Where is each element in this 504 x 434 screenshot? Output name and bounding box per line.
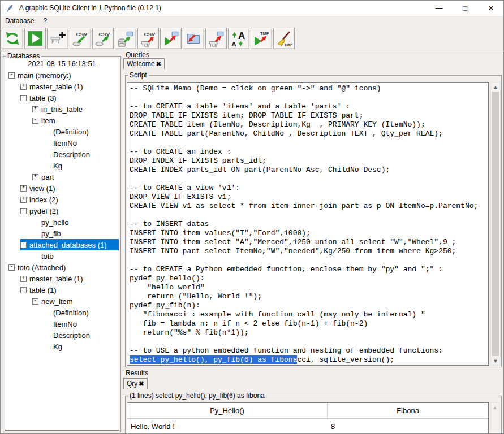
table-to-file-button[interactable] bbox=[205, 28, 227, 49]
tree-item-py-hello[interactable]: py_hello bbox=[5, 216, 119, 228]
tree-item-content: +index (2) bbox=[20, 194, 119, 205]
svg-text:CSV: CSV bbox=[76, 31, 88, 37]
collapse-icon[interactable]: - bbox=[20, 208, 27, 214]
collapse-icon[interactable]: - bbox=[20, 242, 27, 248]
tree-item-content: ItemNo bbox=[44, 318, 119, 329]
tree-item-label: main (:memory:) bbox=[18, 71, 71, 80]
tree-item-content: -toto (Attached) bbox=[8, 262, 119, 273]
tree-item-label: Description bbox=[53, 331, 90, 340]
tree-item-kg[interactable]: Kg bbox=[5, 160, 119, 171]
menu-database[interactable]: Database bbox=[1, 16, 38, 25]
font-button[interactable]: AA bbox=[228, 28, 249, 49]
tree-item-toto-attached[interactable]: -toto (Attached) bbox=[5, 262, 119, 273]
new-table-button[interactable] bbox=[47, 28, 68, 49]
tree-item-itemno[interactable]: ItemNo bbox=[5, 137, 119, 149]
table-row[interactable]: Hello, World !8 bbox=[127, 419, 488, 433]
open-db-button[interactable] bbox=[183, 28, 204, 49]
tree-item-table-1[interactable]: -table (1) bbox=[5, 284, 119, 296]
tree-item-pydef-2[interactable]: -pydef (2) bbox=[5, 205, 119, 216]
tree-item-table-3[interactable]: -table (3) bbox=[5, 92, 119, 103]
collapse-icon[interactable]: - bbox=[20, 287, 27, 293]
tab-qry[interactable]: Qry ✖ bbox=[123, 378, 148, 389]
new-table-icon bbox=[49, 30, 66, 47]
tree-item-attached-databases-1[interactable]: -attached_databases (1) bbox=[5, 239, 119, 250]
collapse-icon[interactable]: - bbox=[8, 264, 15, 271]
tree-item-in-this-table[interactable]: +in_this_table bbox=[5, 103, 119, 115]
tab-welcome[interactable]: Welcome ✖ bbox=[123, 58, 165, 69]
sql-script-editor[interactable]: -- SQLite Memo (Demo = click on green "-… bbox=[127, 82, 489, 366]
expand-icon[interactable]: + bbox=[20, 276, 27, 282]
expand-icon[interactable]: + bbox=[20, 197, 27, 203]
tree-item-content: +part bbox=[32, 171, 119, 183]
tab-qry-close-icon[interactable]: ✖ bbox=[139, 380, 144, 388]
tree-item-content: Description bbox=[44, 149, 119, 160]
tree-item-toto[interactable]: toto bbox=[5, 250, 119, 262]
tab-welcome-close-icon[interactable]: ✖ bbox=[156, 60, 161, 68]
run-tmp-button[interactable]: TMP bbox=[251, 28, 272, 49]
tree-item-part[interactable]: +part bbox=[5, 171, 119, 183]
column-header-py-hello[interactable]: Py_Hello() bbox=[127, 403, 328, 418]
tree-item-description[interactable]: Description bbox=[5, 329, 119, 341]
scroll-up-icon[interactable]: ▲ bbox=[491, 83, 500, 91]
run-to-file-button[interactable] bbox=[160, 28, 182, 49]
csv-table-export-button[interactable]: CSV bbox=[137, 28, 159, 49]
tree-item-content: Kg bbox=[44, 341, 119, 352]
tree-item-definition[interactable]: (Definition) bbox=[5, 126, 119, 137]
tree-item-main-memory[interactable]: -main (:memory:) bbox=[5, 70, 119, 81]
scroll-down-icon[interactable]: ▼ bbox=[491, 357, 500, 365]
window-controls: — □ ✕ bbox=[426, 0, 504, 16]
tree-item-itemno[interactable]: ItemNo bbox=[5, 318, 119, 329]
tree-item-master-table-1[interactable]: +master_table (1) bbox=[5, 81, 119, 92]
csv-table-export-icon: CSV bbox=[140, 30, 157, 47]
script-scrollbar-thumb[interactable] bbox=[492, 92, 499, 356]
csv-import-button[interactable]: CSV bbox=[70, 28, 91, 49]
tree-item-label: Kg bbox=[53, 342, 62, 351]
tree-item-item[interactable]: -item bbox=[5, 115, 119, 126]
csv-export-icon: CSV bbox=[94, 30, 111, 47]
window-title: A graphic SQLite Client in 1 Python file… bbox=[19, 4, 161, 12]
tree-item-content: Description bbox=[44, 329, 119, 341]
minimize-button[interactable]: — bbox=[426, 0, 452, 16]
expand-icon[interactable]: + bbox=[32, 106, 38, 112]
tree-item-view-1[interactable]: +view (1) bbox=[5, 183, 119, 194]
column-header-fibona[interactable]: Fibona bbox=[328, 403, 488, 418]
tree-item-kg[interactable]: Kg bbox=[5, 341, 119, 352]
tree-item-label: (Definition) bbox=[53, 309, 89, 317]
run-button[interactable] bbox=[24, 28, 46, 49]
databases-group: Databases 2021-08-15 16:13:51 -main (:me… bbox=[3, 56, 121, 432]
menu-help[interactable]: ? bbox=[38, 16, 51, 25]
tree-item-content: +in_this_table bbox=[32, 103, 119, 115]
collapse-icon[interactable]: - bbox=[32, 298, 38, 305]
expand-icon[interactable]: + bbox=[32, 174, 38, 180]
svg-text:TMP: TMP bbox=[284, 43, 292, 47]
script-group-label: Script bbox=[128, 71, 149, 79]
tab-welcome-label: Welcome bbox=[127, 60, 155, 68]
tree-item-new-item[interactable]: -new_item bbox=[5, 296, 119, 307]
tree-item-py-fib[interactable]: py_fib bbox=[5, 228, 119, 239]
script-scrollbar[interactable]: ▲ ▼ bbox=[490, 82, 501, 366]
refresh-button[interactable] bbox=[2, 28, 23, 49]
svg-text:A: A bbox=[231, 40, 236, 47]
expand-icon[interactable]: + bbox=[20, 185, 27, 192]
db-export-button[interactable] bbox=[115, 28, 136, 49]
results-summary: (1 lines) select py_hello(), py_fib(6) a… bbox=[128, 392, 266, 400]
collapse-icon[interactable]: - bbox=[32, 118, 38, 124]
maximize-button[interactable]: □ bbox=[452, 0, 478, 16]
collapse-icon[interactable]: - bbox=[20, 95, 27, 101]
tree-item-definition[interactable]: (Definition) bbox=[5, 307, 119, 318]
csv-export-button[interactable]: CSV bbox=[92, 28, 114, 49]
toolbar: CSVCSVCSVAATMPTMP bbox=[1, 26, 503, 51]
tree-rows: -main (:memory:)+master_table (1)-table … bbox=[5, 70, 119, 352]
database-tree[interactable]: 2021-08-15 16:13:51 -main (:memory:)+mas… bbox=[5, 58, 119, 431]
results-scrollbar[interactable]: ▲ bbox=[490, 402, 499, 433]
close-button[interactable]: ✕ bbox=[478, 0, 504, 16]
clean-tmp-button[interactable]: TMP bbox=[273, 28, 295, 49]
font-icon: AA bbox=[230, 30, 247, 47]
expand-icon[interactable]: + bbox=[20, 84, 27, 90]
python-feather-icon bbox=[6, 4, 14, 12]
collapse-icon[interactable]: - bbox=[8, 72, 15, 79]
tree-item-description[interactable]: Description bbox=[5, 149, 119, 160]
tree-item-index-2[interactable]: +index (2) bbox=[5, 194, 119, 205]
tree-item-master-table-1[interactable]: +master_table (1) bbox=[5, 273, 119, 284]
tree-item-label: view (1) bbox=[29, 184, 55, 193]
